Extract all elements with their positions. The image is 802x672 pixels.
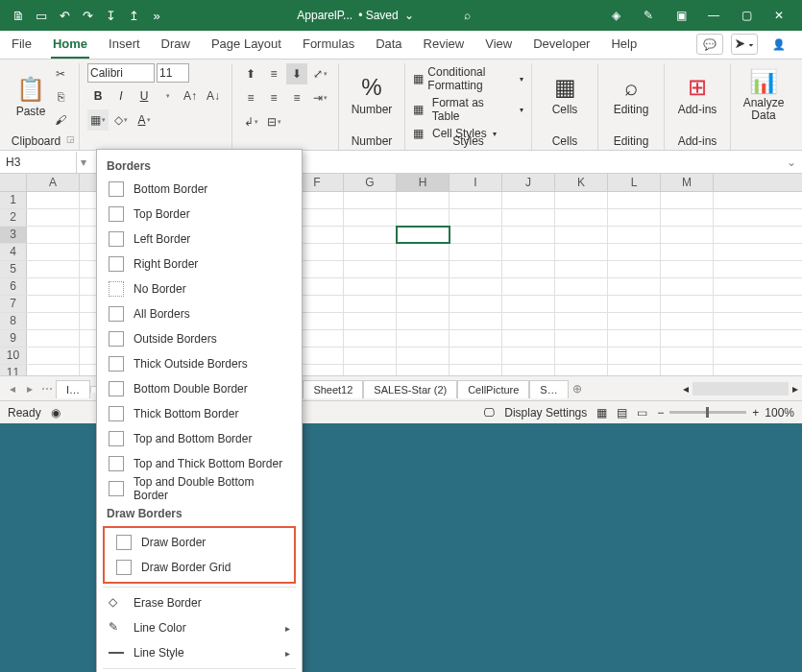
save-icon[interactable]: 🗎 — [8, 5, 29, 26]
tab-insert[interactable]: Insert — [107, 32, 142, 59]
row-header[interactable]: 10 — [0, 348, 27, 364]
tab-home[interactable]: Home — [51, 32, 89, 59]
cell[interactable] — [661, 227, 714, 243]
cell[interactable] — [27, 296, 80, 312]
cell[interactable] — [397, 296, 450, 312]
cell[interactable] — [661, 296, 714, 312]
align-left-button[interactable]: ≡ — [240, 87, 261, 108]
sheet-tab[interactable]: I… — [56, 380, 90, 398]
underline-button[interactable]: U — [134, 85, 155, 107]
merge-button[interactable]: ⊟ — [263, 111, 284, 132]
cell[interactable] — [555, 278, 608, 295]
sheet-tab[interactable]: Sheet12 — [303, 380, 363, 398]
account-icon[interactable]: 👤 — [766, 34, 792, 55]
cell[interactable] — [608, 209, 661, 226]
cell[interactable] — [502, 313, 555, 329]
zoom-level[interactable]: 100% — [765, 406, 794, 420]
column-header[interactable]: I — [450, 174, 502, 191]
tab-developer[interactable]: Developer — [531, 32, 592, 59]
border-item[interactable]: Top and Thick Bottom Border — [97, 451, 302, 476]
scroll-left-icon[interactable]: ◂ — [683, 382, 689, 396]
cell[interactable] — [608, 330, 661, 347]
cell[interactable] — [608, 348, 661, 364]
cell[interactable] — [502, 261, 555, 277]
font-name-combo[interactable] — [87, 63, 155, 83]
cell[interactable] — [344, 244, 397, 260]
cut-button[interactable]: ✂ — [50, 63, 71, 84]
app-switch-icon[interactable]: ▣ — [666, 2, 696, 29]
cell[interactable] — [27, 365, 80, 375]
draw-mode-icon[interactable]: ✎ — [633, 2, 664, 29]
cell[interactable] — [555, 227, 608, 243]
align-bottom-button[interactable]: ⬇ — [286, 63, 307, 84]
name-box-dropdown-icon[interactable]: ▾ — [77, 156, 90, 169]
borders-button[interactable]: ▦ — [87, 109, 109, 131]
cell[interactable] — [27, 209, 80, 226]
column-header[interactable]: J — [502, 174, 555, 191]
line-style-item[interactable]: Line Style▸ — [97, 640, 302, 665]
zoom-out-button[interactable]: − — [657, 406, 664, 420]
border-item[interactable]: All Borders — [97, 301, 302, 326]
cell[interactable] — [502, 365, 555, 375]
save-state-dropdown[interactable]: ⌄ — [404, 9, 414, 22]
analyze-data-button[interactable]: 📊Analyze Data — [739, 63, 789, 127]
cell[interactable] — [397, 244, 450, 260]
cell[interactable] — [450, 330, 502, 347]
cell[interactable] — [27, 348, 80, 364]
cell[interactable] — [502, 348, 555, 364]
column-header[interactable]: H — [397, 174, 450, 191]
cell[interactable] — [661, 244, 714, 260]
cell[interactable] — [344, 261, 397, 277]
cell[interactable] — [608, 244, 661, 260]
cell[interactable] — [27, 330, 80, 347]
border-item[interactable]: Thick Outside Borders — [97, 351, 302, 376]
sort-asc-icon[interactable]: ↧ — [100, 5, 121, 26]
cell[interactable] — [502, 227, 555, 243]
conditional-formatting-button[interactable]: ▦Conditional Formatting▾ — [413, 65, 523, 92]
cell[interactable] — [450, 278, 502, 295]
tab-data[interactable]: Data — [374, 32, 403, 59]
macro-record-icon[interactable]: ◉ — [51, 406, 61, 420]
cell[interactable] — [344, 365, 397, 375]
column-header[interactable]: A — [27, 174, 80, 191]
border-item[interactable]: Right Border — [97, 252, 302, 276]
underline-dropdown[interactable] — [157, 85, 178, 107]
border-item[interactable]: Top Border — [97, 202, 302, 227]
cell[interactable] — [608, 261, 661, 277]
row-header[interactable]: 1 — [0, 192, 27, 208]
maximize-button[interactable]: ▢ — [731, 2, 762, 29]
border-item[interactable]: Outside Borders — [97, 326, 302, 351]
fill-color-button[interactable]: ◇ — [110, 109, 132, 131]
cell[interactable] — [450, 296, 502, 312]
tab-scroll-left[interactable]: ◂ — [4, 382, 21, 396]
copy-button[interactable]: ⎘ — [50, 86, 71, 108]
cell[interactable] — [661, 313, 714, 329]
cell[interactable] — [661, 261, 714, 277]
close-button[interactable]: ✕ — [764, 2, 794, 29]
cell[interactable] — [555, 365, 608, 375]
cell[interactable] — [450, 365, 502, 375]
cell[interactable] — [661, 209, 714, 226]
align-right-button[interactable]: ≡ — [286, 87, 307, 108]
cell[interactable] — [502, 296, 555, 312]
cell[interactable] — [344, 192, 397, 208]
cell[interactable] — [608, 365, 661, 375]
row-header[interactable]: 3 — [0, 227, 27, 243]
cell[interactable] — [450, 261, 502, 277]
cell[interactable] — [555, 313, 608, 329]
cell[interactable] — [502, 244, 555, 260]
border-item[interactable]: Thick Bottom Border — [97, 401, 302, 426]
tab-list[interactable]: ⋯ — [38, 382, 56, 396]
share-button[interactable]: ⮞ ▾ — [731, 34, 758, 55]
cell[interactable] — [555, 296, 608, 312]
column-header[interactable]: K — [555, 174, 608, 191]
cell[interactable] — [608, 227, 661, 243]
comments-button[interactable]: 💬 — [696, 34, 723, 55]
row-header[interactable]: 11 — [0, 365, 27, 375]
cells-button[interactable]: ▦Cells — [540, 63, 590, 127]
cell[interactable] — [27, 261, 80, 277]
column-header[interactable]: M — [661, 174, 714, 191]
cell[interactable] — [450, 209, 502, 226]
cell[interactable] — [450, 348, 502, 364]
indent-button[interactable]: ⇥ — [309, 87, 330, 108]
